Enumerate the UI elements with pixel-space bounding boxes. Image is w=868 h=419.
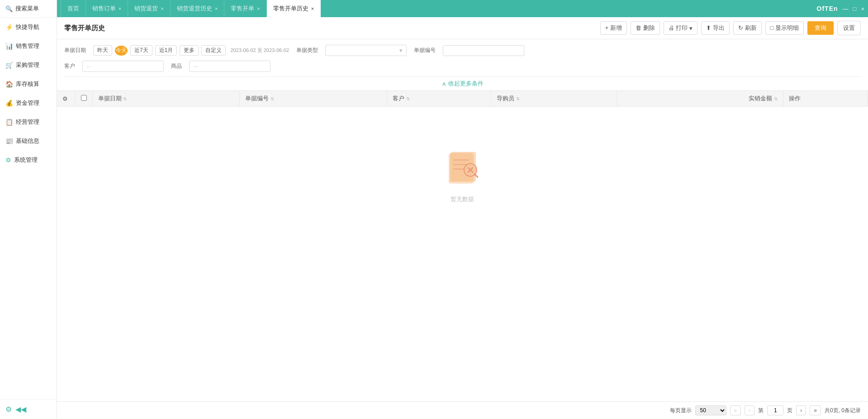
settings-button[interactable]: 设置 bbox=[837, 21, 861, 35]
tab-retail-open-history[interactable]: 零售开单历史 × bbox=[267, 0, 321, 17]
export-label: ⬆ 导出 bbox=[706, 24, 725, 32]
bill-type-select[interactable]: ▾ bbox=[325, 45, 407, 56]
page-size-select[interactable]: 10 20 50 100 bbox=[695, 405, 726, 415]
table-container: ⚙ 单据日期 ⇅ 单据编号 ⇅ 客户 ⇅ bbox=[57, 91, 868, 401]
tab-retail-open-close[interactable]: × bbox=[257, 6, 260, 11]
top-nav-right: OfTEn — □ × bbox=[817, 5, 864, 12]
th-settings[interactable]: ⚙ bbox=[57, 91, 75, 107]
sidebar-item-quick-nav[interactable]: ⚡ 快捷导航 bbox=[0, 18, 57, 37]
date-more-btn[interactable]: 更多 bbox=[180, 45, 199, 56]
page-input[interactable] bbox=[767, 405, 783, 415]
th-customer-label: 客户 bbox=[393, 95, 404, 102]
collapse-bar[interactable]: ∧ 收起更多条件 bbox=[64, 76, 861, 90]
page-label: 第 bbox=[758, 407, 764, 414]
brand-logo: OfTEn bbox=[817, 5, 838, 12]
prev-page-btn[interactable]: ‹ bbox=[745, 405, 754, 415]
empty-text: 暂无数据 bbox=[451, 195, 474, 203]
tab-sales-return-label: 销货退货 bbox=[134, 5, 158, 13]
th-date[interactable]: 单据日期 ⇅ bbox=[92, 91, 240, 107]
tab-sales-order[interactable]: 销售订单 × bbox=[86, 0, 128, 17]
show-detail-button[interactable]: □ 显示明细 bbox=[765, 21, 804, 35]
window-maximize[interactable]: □ bbox=[853, 5, 857, 12]
th-checkbox[interactable] bbox=[75, 91, 92, 107]
date-today-btn[interactable]: 今天 bbox=[115, 46, 128, 56]
tab-sales-order-label: 销售订单 bbox=[92, 5, 116, 13]
filter-row-1: 单据日期 昨天 今天 近7天 近1月 更多 自定义 2023-06-02 至 2… bbox=[64, 45, 861, 56]
tab-sales-order-close[interactable]: × bbox=[119, 6, 121, 11]
date-last1month-btn[interactable]: 近1月 bbox=[155, 45, 177, 56]
window-close[interactable]: × bbox=[861, 5, 864, 12]
filter-row-2: 客户 ··· 商品 ··· bbox=[64, 61, 861, 72]
th-actions-label: 操作 bbox=[789, 95, 801, 102]
sidebar-item-base-info[interactable]: 📰 基础信息 bbox=[0, 132, 57, 151]
sidebar-item-inventory[interactable]: 🏠 库存核算 bbox=[0, 75, 57, 94]
tab-retail-open[interactable]: 零售开单 × bbox=[224, 0, 266, 17]
empty-state: 暂无数据 bbox=[57, 107, 868, 240]
th-guide[interactable]: 导购员 ⇅ bbox=[491, 91, 617, 107]
purchase-mgmt-icon: 🛒 bbox=[5, 61, 13, 69]
delete-button[interactable]: 🗑 删除 bbox=[631, 21, 660, 35]
bill-type-chevron-icon: ▾ bbox=[399, 47, 403, 54]
print-button[interactable]: 🖨 打印 ▾ bbox=[664, 21, 698, 35]
date-last7-btn[interactable]: 近7天 bbox=[130, 45, 152, 56]
toolbar: 零售开单历史 + 新增 🗑 删除 🖨 打印 ▾ ⬆ 导出 ↻ 刷新 □ 显示明细… bbox=[57, 17, 868, 39]
date-label: 单据日期 bbox=[64, 47, 86, 54]
sidebar-item-label: 基础信息 bbox=[16, 137, 39, 145]
quick-nav-icon: ⚡ bbox=[5, 24, 13, 31]
total-text: 共0页, 0条记录 bbox=[825, 407, 861, 414]
tab-sales-return[interactable]: 销货退货 × bbox=[128, 0, 170, 17]
export-button[interactable]: ⬆ 导出 bbox=[701, 21, 730, 35]
add-label: + 新增 bbox=[605, 24, 622, 32]
data-table: ⚙ 单据日期 ⇅ 单据编号 ⇅ 客户 ⇅ bbox=[57, 91, 868, 240]
select-all-checkbox[interactable] bbox=[81, 95, 87, 101]
sidebar-item-label: 库存核算 bbox=[16, 80, 39, 88]
bill-no-input[interactable] bbox=[443, 45, 524, 56]
last-page-btn[interactable]: » bbox=[810, 405, 821, 415]
query-button[interactable]: 查询 bbox=[807, 21, 834, 35]
tab-retail-open-label: 零售开单 bbox=[231, 5, 254, 13]
tab-retail-open-history-close[interactable]: × bbox=[311, 6, 314, 11]
customer-select[interactable]: ··· bbox=[82, 61, 164, 72]
sidebar-item-sys-mgmt[interactable]: ⚙ 系统管理 bbox=[0, 151, 57, 169]
amount-sort-icon: ⇅ bbox=[774, 96, 778, 101]
top-nav: 首页 销售订单 × 销货退货 × 销货退货历史 × 零售开单 × 零售开单历史 … bbox=[57, 0, 868, 17]
date-yesterday-btn[interactable]: 昨天 bbox=[93, 45, 112, 56]
tab-sales-return-close[interactable]: × bbox=[161, 6, 163, 11]
refresh-label: ↻ 刷新 bbox=[738, 24, 757, 32]
base-info-icon: 📰 bbox=[5, 137, 13, 145]
date-custom-btn[interactable]: 自定义 bbox=[201, 45, 226, 56]
sidebar-item-label: 经营管理 bbox=[16, 118, 39, 126]
search-icon: 🔍 bbox=[5, 5, 13, 12]
th-amount[interactable]: 实销金额 ⇅ bbox=[617, 91, 783, 107]
sidebar-search[interactable]: 🔍 搜索菜单 bbox=[0, 0, 57, 18]
tab-sales-return-history[interactable]: 销货退货历史 × bbox=[171, 0, 224, 17]
sidebar-item-sales-mgmt[interactable]: 📊 销售管理 bbox=[0, 37, 57, 56]
date-sort-icon: ⇅ bbox=[123, 96, 127, 101]
print-dropdown-icon[interactable]: ▾ bbox=[689, 25, 693, 32]
sidebar-item-label: 快捷导航 bbox=[16, 23, 39, 31]
empty-illustration bbox=[440, 143, 485, 188]
settings-icon[interactable]: ⚙ bbox=[5, 405, 12, 414]
window-minimize[interactable]: — bbox=[843, 5, 849, 12]
product-select[interactable]: ··· bbox=[189, 61, 270, 72]
sidebar-search-label: 搜索菜单 bbox=[15, 5, 39, 13]
date-filter-btns: 昨天 今天 近7天 近1月 更多 自定义 2023-06-02 至 2023-0… bbox=[93, 45, 289, 56]
sidebar-item-label: 销售管理 bbox=[16, 42, 39, 50]
tab-sales-return-history-close[interactable]: × bbox=[215, 6, 218, 11]
filter-area: 单据日期 昨天 今天 近7天 近1月 更多 自定义 2023-06-02 至 2… bbox=[57, 39, 868, 91]
first-page-btn[interactable]: « bbox=[730, 405, 741, 415]
next-page-btn[interactable]: › bbox=[796, 405, 806, 415]
th-bill-no[interactable]: 单据编号 ⇅ bbox=[240, 91, 387, 107]
sidebar-item-finance[interactable]: 💰 资金管理 bbox=[0, 94, 57, 113]
collapse-icon[interactable]: ◀◀ bbox=[15, 405, 26, 414]
sidebar-item-operations[interactable]: 📋 经营管理 bbox=[0, 113, 57, 132]
refresh-button[interactable]: ↻ 刷新 bbox=[733, 21, 762, 35]
table-body: 暂无数据 bbox=[57, 107, 868, 240]
tab-home[interactable]: 首页 bbox=[61, 0, 86, 17]
sidebar-item-purchase-mgmt[interactable]: 🛒 采购管理 bbox=[0, 56, 57, 75]
add-button[interactable]: + 新增 bbox=[600, 21, 627, 35]
th-amount-label: 实销金额 bbox=[749, 95, 772, 102]
th-bill-no-label: 单据编号 bbox=[245, 95, 269, 102]
th-customer[interactable]: 客户 ⇅ bbox=[387, 91, 491, 107]
customer-dots: ··· bbox=[86, 63, 91, 70]
